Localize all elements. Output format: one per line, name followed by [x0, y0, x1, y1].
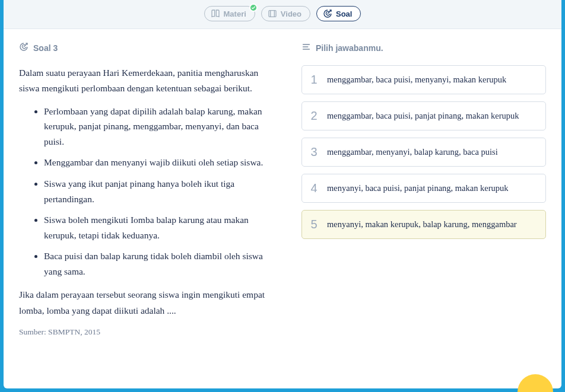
tab-materi-label: Materi	[224, 9, 246, 18]
target-icon	[323, 9, 332, 18]
question-source: Sumber: SBMPTN, 2015	[19, 326, 280, 339]
book-icon	[211, 9, 220, 18]
answer-number: 5	[309, 216, 319, 233]
answer-number: 3	[309, 144, 319, 161]
question-rule: Siswa yang ikut panjat pinang hanya bole…	[44, 176, 280, 206]
svg-line-3	[328, 10, 331, 14]
question-intro: Dalam suatu perayaan Hari Kemerdekaan, p…	[19, 65, 280, 97]
answer-text: menyanyi, makan kerupuk, balap karung, m…	[327, 218, 517, 231]
answer-text: menggambar, baca puisi, menyanyi, makan …	[327, 74, 506, 86]
answer-number: 2	[309, 107, 319, 125]
answer-option-3[interactable]: 3menggambar, menyanyi, balap karung, bac…	[301, 138, 546, 167]
answer-option-4[interactable]: 4menyanyi, baca puisi, panjat pinang, ma…	[301, 174, 546, 203]
answer-number: 1	[309, 71, 319, 88]
svg-rect-0	[269, 11, 276, 17]
tab-soal[interactable]: Soal	[316, 6, 361, 21]
target-icon	[19, 42, 28, 53]
question-rule: Siswa boleh mengikuti Iomba balap karung…	[44, 212, 280, 243]
answers-header: Pilih jawabanmu.	[301, 42, 546, 53]
question-header: Soal 3	[19, 42, 280, 53]
video-icon	[268, 9, 277, 18]
tab-video[interactable]: Video	[261, 6, 310, 21]
question-outro: Jika dalam perayaan tersebut seorang sis…	[19, 287, 280, 318]
tab-video-label: Video	[281, 9, 301, 18]
check-icon	[249, 4, 258, 12]
answer-number: 4	[309, 180, 319, 197]
tab-materi[interactable]: Materi	[204, 6, 255, 21]
question-rule: Perlombaan yang dapat dipilih adalah bal…	[44, 104, 280, 149]
answer-option-2[interactable]: 2menggambar, baca puisi, panjat pinang, …	[301, 101, 546, 130]
question-rule: Baca puisi dan balap karung tidak boleh …	[44, 248, 280, 279]
tab-soal-label: Soal	[336, 9, 352, 18]
answer-text: menyanyi, baca puisi, panjat pinang, mak…	[327, 182, 509, 195]
question-rule: Menggambar dan menyanyi wajib diikuti ol…	[44, 155, 280, 170]
answer-text: menggambar, baca puisi, panjat pinang, m…	[327, 110, 519, 122]
answer-option-1[interactable]: 1menggambar, baca puisi, menyanyi, makan…	[301, 65, 546, 94]
answers-panel: Pilih jawabanmu. 1menggambar, baca puisi…	[301, 42, 546, 375]
answer-option-5[interactable]: 5menyanyi, makan kerupuk, balap karung, …	[301, 210, 546, 239]
svg-line-4	[24, 43, 27, 47]
question-panel: Soal 3 Dalam suatu perayaan Hari Kemerde…	[19, 42, 280, 375]
question-number: Soal 3	[33, 43, 58, 53]
answer-text: menggambar, menyanyi, balap karung, baca…	[327, 146, 498, 158]
list-icon	[301, 42, 311, 53]
answers-header-label: Pilih jawabanmu.	[316, 43, 383, 53]
question-rules-list: Perlombaan yang dapat dipilih adalah bal…	[19, 104, 280, 279]
tab-bar: Materi Video Soal	[4, 0, 561, 29]
